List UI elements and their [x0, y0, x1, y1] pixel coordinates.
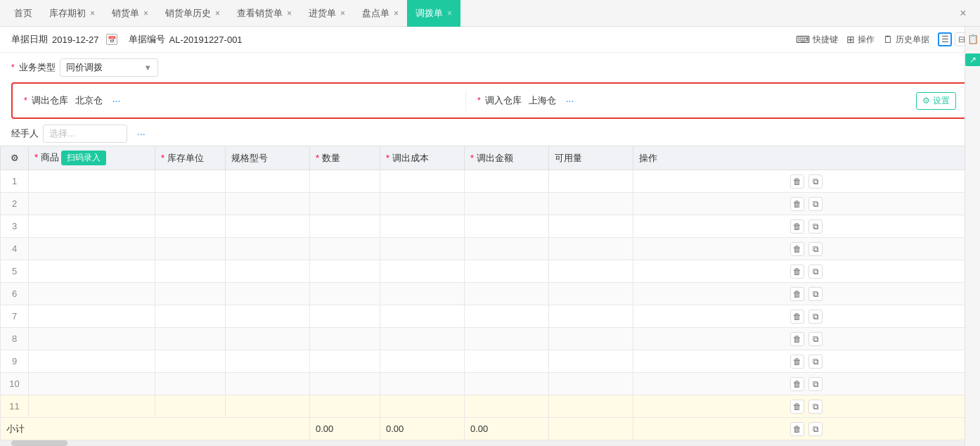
row-available[interactable] [549, 373, 633, 395]
row-product[interactable] [29, 395, 155, 418]
row-cost[interactable] [380, 373, 465, 395]
row-spec[interactable] [226, 305, 310, 328]
copy-row-button[interactable]: ⧉ [808, 242, 823, 256]
shortcut-button[interactable]: ⌨ 快捷键 [796, 34, 838, 46]
sidebar-notes-icon[interactable]: 📋 [967, 32, 979, 45]
row-amount[interactable] [465, 373, 549, 395]
row-available[interactable] [549, 283, 633, 305]
row-qty[interactable] [310, 215, 380, 238]
tab-view-sales[interactable]: 查看销货单 × [228, 0, 300, 27]
subtotal-copy-button[interactable]: ⧉ [808, 422, 823, 436]
row-available[interactable] [549, 215, 633, 238]
row-spec[interactable] [226, 328, 310, 350]
row-cost[interactable] [380, 328, 465, 350]
settings-button[interactable]: ⚙ 设置 [916, 92, 956, 110]
row-qty[interactable] [310, 193, 380, 215]
tab-sales-order[interactable]: 销货单 × [103, 0, 157, 27]
row-unit[interactable] [155, 238, 226, 260]
copy-row-button[interactable]: ⧉ [808, 265, 823, 279]
transfer-in-more-button[interactable]: ··· [566, 95, 574, 106]
tab-home[interactable]: 首页 [6, 0, 41, 27]
tab-inventory-init[interactable]: 库存期初 × [41, 0, 103, 27]
row-product[interactable] [29, 193, 155, 215]
tab-close-sales-history[interactable]: × [215, 8, 220, 18]
copy-row-button[interactable]: ⧉ [808, 197, 823, 211]
row-product[interactable] [29, 238, 155, 260]
row-product[interactable] [29, 305, 155, 328]
row-product[interactable] [29, 373, 155, 395]
delete-row-button[interactable]: 🗑 [790, 287, 804, 301]
delete-row-button[interactable]: 🗑 [790, 219, 804, 234]
copy-row-button[interactable]: ⧉ [808, 287, 823, 301]
window-close-button[interactable]: × [952, 2, 974, 25]
row-cost[interactable] [380, 395, 465, 418]
col-settings[interactable]: ⚙ [1, 146, 29, 170]
row-unit[interactable] [155, 215, 226, 238]
delete-row-button[interactable]: 🗑 [790, 400, 804, 414]
row-qty[interactable] [310, 350, 380, 373]
horizontal-scrollbar[interactable] [0, 440, 980, 446]
history-button[interactable]: 🗒 历史单据 [883, 34, 929, 46]
row-available[interactable] [549, 395, 633, 418]
row-cost[interactable] [380, 238, 465, 260]
row-unit[interactable] [155, 193, 226, 215]
delete-row-button[interactable]: 🗑 [790, 355, 804, 369]
tab-close-inventory-check[interactable]: × [394, 8, 399, 18]
row-spec[interactable] [226, 373, 310, 395]
row-qty[interactable] [310, 373, 380, 395]
row-amount[interactable] [465, 238, 549, 260]
copy-row-button[interactable]: ⧉ [808, 174, 823, 189]
row-available[interactable] [549, 260, 633, 283]
delete-row-button[interactable]: 🗑 [790, 377, 804, 391]
tab-inventory-check[interactable]: 盘点单 × [354, 0, 407, 27]
scan-button[interactable]: 扫码录入 [61, 151, 106, 165]
copy-row-button[interactable]: ⧉ [808, 400, 823, 414]
row-unit[interactable] [155, 373, 226, 395]
transfer-out-more-button[interactable]: ··· [112, 95, 121, 106]
row-spec[interactable] [226, 238, 310, 260]
row-product[interactable] [29, 328, 155, 350]
row-qty[interactable] [310, 305, 380, 328]
tab-purchase-order[interactable]: 进货单 × [300, 0, 354, 27]
row-cost[interactable] [380, 350, 465, 373]
list-view-button[interactable]: ☰ [938, 32, 952, 46]
row-product[interactable] [29, 350, 155, 373]
row-cost[interactable] [380, 305, 465, 328]
row-product[interactable] [29, 260, 155, 283]
row-spec[interactable] [226, 350, 310, 373]
copy-row-button[interactable]: ⧉ [808, 332, 823, 346]
row-product[interactable] [29, 283, 155, 305]
row-qty[interactable] [310, 238, 380, 260]
row-cost[interactable] [380, 260, 465, 283]
row-unit[interactable] [155, 283, 226, 305]
row-qty[interactable] [310, 170, 380, 193]
row-available[interactable] [549, 193, 633, 215]
row-cost[interactable] [380, 215, 465, 238]
row-spec[interactable] [226, 170, 310, 193]
row-spec[interactable] [226, 283, 310, 305]
tab-close-view-sales[interactable]: × [287, 8, 292, 18]
tab-close-inventory-init[interactable]: × [90, 8, 95, 18]
operation-button[interactable]: ⊞ 操作 [846, 34, 875, 46]
row-available[interactable] [549, 305, 633, 328]
row-cost[interactable] [380, 283, 465, 305]
copy-row-button[interactable]: ⧉ [808, 310, 823, 324]
row-unit[interactable] [155, 260, 226, 283]
tab-close-purchase-order[interactable]: × [340, 8, 345, 18]
row-unit[interactable] [155, 328, 226, 350]
sidebar-export-icon[interactable]: ↗ [965, 53, 981, 66]
calendar-icon[interactable]: 📅 [106, 34, 117, 45]
copy-row-button[interactable]: ⧉ [808, 219, 823, 234]
row-unit[interactable] [155, 170, 226, 193]
delete-row-button[interactable]: 🗑 [790, 310, 804, 324]
row-available[interactable] [549, 238, 633, 260]
row-cost[interactable] [380, 193, 465, 215]
row-amount[interactable] [465, 328, 549, 350]
row-available[interactable] [549, 350, 633, 373]
row-spec[interactable] [226, 395, 310, 418]
row-unit[interactable] [155, 305, 226, 328]
row-product[interactable] [29, 215, 155, 238]
row-amount[interactable] [465, 305, 549, 328]
delete-row-button[interactable]: 🗑 [790, 332, 804, 346]
row-amount[interactable] [465, 260, 549, 283]
